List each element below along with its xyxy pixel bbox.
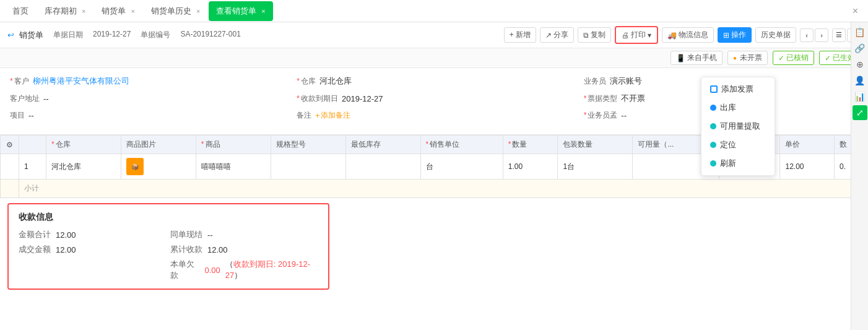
history-button[interactable]: 历史单据 — [755, 27, 796, 43]
project-value: -- — [28, 111, 34, 120]
deal-amount-label: 成交金额 — [19, 244, 51, 255]
amount-total-value: 12.00 — [56, 230, 76, 240]
th-pack-qty: 包装数量 — [558, 136, 633, 154]
address-label: 客户地址 — [10, 93, 40, 104]
tab-sales-label: 销货单 — [102, 6, 126, 17]
print-button[interactable]: 🖨 打印 ▾ — [617, 28, 656, 42]
td-qty: 1.00 — [503, 154, 558, 180]
td-subtotal-settings — [1, 180, 19, 198]
refresh-icon — [710, 160, 716, 167]
confirmed-label: 已核销 — [786, 53, 809, 63]
current-due-item: 本单欠款 0.00 （收款到期日: 2019-12-27） — [170, 259, 318, 281]
td-price: 12.00 — [780, 154, 834, 180]
address-field: 客户地址 -- — [10, 93, 284, 104]
confirmed-button[interactable]: ✓ 已核销 — [773, 51, 814, 65]
customer-label: 客户 — [10, 76, 29, 87]
th-price: 单价 — [780, 136, 834, 154]
next-button[interactable]: › — [815, 28, 828, 42]
tab-sales-close[interactable]: × — [131, 7, 134, 15]
doc-type-title: 销货单 — [19, 30, 43, 41]
sub-toolbar: 📱 来自手机 未开票 ✓ 已核销 ✓ 已生效 — [0, 48, 868, 68]
operations-icon: ⊞ — [723, 31, 729, 40]
tab-view-sales[interactable]: 查看销货单 × — [209, 1, 272, 21]
td-unit: 台 — [420, 154, 503, 180]
add-note-label: 添加备注 — [321, 110, 350, 121]
sidebar-icon-clipboard[interactable]: 📋 — [853, 25, 867, 40]
customer-value[interactable]: 柳州粤港平安气体有限公司 — [33, 76, 129, 87]
th-qty: 数量 — [503, 136, 558, 154]
not-opened-button[interactable]: 未开票 — [727, 51, 768, 65]
th-settings[interactable]: ⚙ — [1, 136, 19, 154]
same-order-value: -- — [207, 230, 213, 240]
history-button-label: 历史单据 — [761, 30, 791, 40]
add-invoice-item[interactable]: 添加发票 — [701, 80, 775, 98]
refresh-label: 刷新 — [720, 158, 736, 169]
warehouse-field: 仓库 河北仓库 — [297, 76, 571, 87]
outbound-item[interactable]: 出库 — [701, 98, 775, 117]
th-img: 商品图片 — [121, 136, 196, 154]
main-content: ↩ 销货单 单据日期 2019-12-27 单据编号 SA-20191227-0… — [0, 22, 868, 330]
td-no: 1 — [19, 154, 46, 180]
share-button-label: 分享 — [553, 30, 568, 40]
sidebar-icon-chart[interactable]: 📊 — [853, 89, 867, 104]
sidebar-icon-link[interactable]: 🔗 — [853, 41, 867, 56]
print-icon: 🖨 — [622, 31, 629, 40]
tab-inventory[interactable]: 库存期初 × — [37, 1, 93, 21]
project-label: 项目 — [10, 110, 25, 121]
locate-item[interactable]: 定位 — [701, 136, 775, 154]
sidebar-icon-plus[interactable]: ⊕ — [853, 57, 867, 72]
share-button[interactable]: ↗ 分享 — [540, 27, 574, 43]
subtotal-row: 小计 — [1, 180, 868, 198]
share-icon: ↗ — [545, 31, 552, 40]
employee-label: 业务员 — [584, 76, 606, 87]
tab-home[interactable]: 首页 — [5, 1, 36, 21]
add-note-button[interactable]: + 添加备注 — [315, 110, 350, 121]
nav-arrows: ‹ › — [800, 28, 828, 42]
copy-button-label: 复制 — [591, 30, 605, 40]
note-label: 备注 — [297, 110, 311, 121]
td-spec — [271, 154, 345, 180]
logistics-button[interactable]: 🚚 物流信息 — [662, 27, 714, 43]
from-phone-button[interactable]: 📱 来自手机 — [671, 51, 723, 65]
locate-label: 定位 — [720, 139, 736, 150]
tab-sales-history-close[interactable]: × — [196, 7, 200, 15]
current-due-value: 0.00 — [204, 266, 220, 275]
plus-icon: + — [315, 111, 319, 120]
window-close-button[interactable]: × — [848, 6, 863, 17]
prev-button[interactable]: ‹ — [800, 28, 814, 42]
tab-sales-history-label: 销货单历史 — [151, 6, 191, 17]
tab-view-sales-close[interactable]: × — [261, 7, 265, 15]
outbound-label: 出库 — [720, 102, 736, 113]
refresh-item[interactable]: 刷新 — [701, 154, 775, 173]
td-settings — [1, 154, 19, 180]
project-field: 项目 -- — [10, 110, 284, 121]
available-qty-item[interactable]: 可用量提取 — [701, 117, 775, 136]
new-button[interactable]: + 新增 — [504, 27, 536, 43]
employee2-value: -- — [621, 111, 627, 120]
phone-icon: 📱 — [676, 54, 685, 63]
note-field: 备注 + 添加备注 — [297, 110, 571, 121]
tab-home-label: 首页 — [12, 6, 28, 17]
print-dropdown-arrow: ▾ — [648, 31, 651, 40]
sidebar-icon-expand[interactable]: ⤢ — [853, 105, 867, 120]
amount-total-label: 金额合计 — [19, 229, 51, 240]
th-spec: 规格型号 — [271, 136, 345, 154]
sidebar-icon-user[interactable]: 👤 — [853, 73, 867, 88]
list-view-button[interactable]: ☰ — [832, 28, 846, 42]
tab-view-sales-label: 查看销货单 — [216, 6, 256, 17]
doc-number-value: SA-20191227-001 — [180, 30, 240, 40]
address-value: -- — [43, 94, 49, 103]
tab-sales[interactable]: 销货单 × — [94, 1, 142, 21]
tab-sales-history[interactable]: 销货单历史 × — [144, 1, 207, 21]
td-min-stock — [345, 154, 420, 180]
tab-inventory-label: 库存期初 — [45, 6, 77, 17]
operations-button[interactable]: ⊞ 操作 — [718, 27, 752, 43]
copy-button[interactable]: ⧉ 复制 — [578, 27, 611, 43]
same-order-label: 同单现结 — [170, 229, 202, 240]
add-invoice-label: 添加发票 — [721, 84, 753, 95]
due-date-note: （收款到期日: 2019-12-27） — [225, 259, 318, 281]
locate-icon — [710, 142, 716, 148]
tab-inventory-close[interactable]: × — [82, 7, 85, 15]
available-qty-label: 可用量提取 — [720, 121, 760, 132]
cumulative-item: 累计收款 12.00 — [170, 244, 318, 255]
